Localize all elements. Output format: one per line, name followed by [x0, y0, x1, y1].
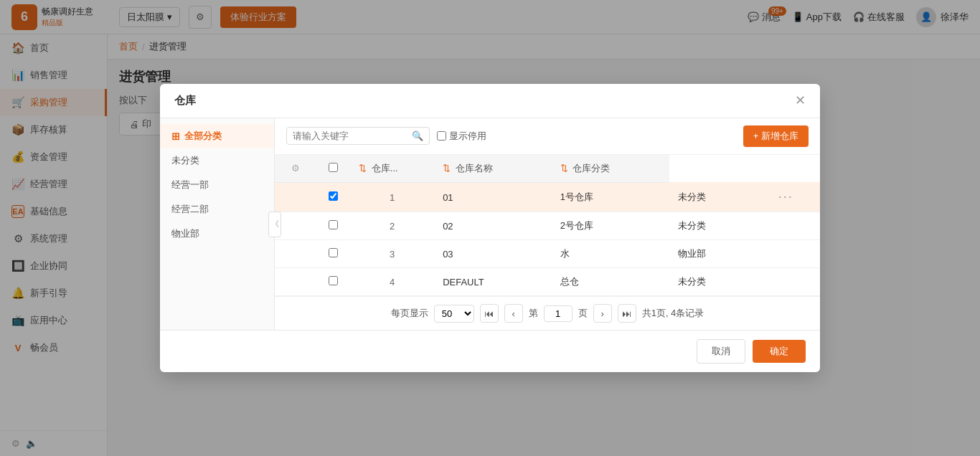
row-gear — [275, 182, 316, 212]
show-disabled-checkbox[interactable] — [437, 131, 446, 141]
row-cat: 未分类 — [669, 212, 770, 240]
row-check[interactable] — [316, 212, 350, 240]
row-check[interactable] — [316, 268, 350, 296]
pagination-bar: 每页显示 50 20 100 ⏮ ‹ 第 页 › ⏭ 共1页, 4条记录 — [275, 296, 820, 330]
search-wrap: 🔍 — [286, 127, 430, 145]
row-gear — [275, 240, 316, 268]
row-action — [770, 268, 820, 296]
search-input[interactable] — [293, 130, 407, 141]
category-ops1[interactable]: 经营一部 — [160, 173, 274, 197]
col-cat-header: ⇅ 仓库分类 — [552, 155, 669, 183]
add-warehouse-button[interactable]: + 新增仓库 — [743, 125, 809, 147]
row-name: 1号仓库 — [552, 182, 669, 212]
row-action — [770, 240, 820, 268]
col-name-header: ⇅ 仓库名称 — [434, 155, 552, 183]
table-row[interactable]: 3 03 水 物业部 — [275, 240, 820, 268]
row-checkbox[interactable] — [329, 248, 338, 257]
sort-name-icon: ⇅ — [443, 163, 451, 174]
row-checkbox[interactable] — [329, 276, 338, 285]
dialog-main: 🔍 显示停用 + 新增仓库 ⚙ — [275, 118, 820, 331]
search-icon: 🔍 — [412, 130, 423, 141]
dialog-header: 仓库 ✕ — [160, 84, 820, 118]
modal-overlay: 仓库 ✕ ⊞ 全部分类 未分类 经营一部 经营二部 — [0, 0, 980, 456]
row-num: 3 — [350, 240, 434, 268]
grid-icon: ⊞ — [171, 130, 180, 142]
row-gear — [275, 268, 316, 296]
cancel-button[interactable]: 取消 — [697, 339, 745, 364]
row-check[interactable] — [316, 182, 350, 212]
row-cat: 物业部 — [669, 240, 770, 268]
sidebar-toggle[interactable]: 《 — [268, 212, 281, 237]
sort-code-icon: ⇅ — [359, 163, 367, 174]
next-page-btn[interactable]: › — [593, 304, 612, 323]
table-row[interactable]: 4 DEFAULT 总仓 未分类 — [275, 268, 820, 296]
row-action — [770, 212, 820, 240]
row-cat: 未分类 — [669, 182, 770, 212]
page-num-input[interactable] — [544, 305, 573, 322]
col-gear-header: ⚙ — [275, 155, 316, 183]
row-name: 水 — [552, 240, 669, 268]
dialog-title: 仓库 — [174, 94, 196, 108]
row-name: 总仓 — [552, 268, 669, 296]
close-icon[interactable]: ✕ — [795, 94, 806, 107]
row-cat: 未分类 — [669, 268, 770, 296]
category-ops2[interactable]: 经营二部 — [160, 197, 274, 222]
row-name: 2号仓库 — [552, 212, 669, 240]
warehouse-table: ⚙ ⇅ 仓库... ⇅ — [275, 155, 820, 297]
category-unclassified[interactable]: 未分类 — [160, 148, 274, 173]
row-code: DEFAULT — [434, 268, 552, 296]
col-check-header — [316, 155, 350, 183]
show-disabled-label[interactable]: 显示停用 — [437, 130, 486, 143]
confirm-button[interactable]: 确定 — [753, 340, 806, 363]
first-page-btn[interactable]: ⏮ — [480, 304, 499, 323]
category-property[interactable]: 物业部 — [160, 222, 274, 246]
more-icon[interactable]: ··· — [778, 189, 793, 204]
dialog-toolbar: 🔍 显示停用 + 新增仓库 — [275, 118, 820, 155]
dialog-footer: 取消 确定 — [160, 330, 820, 372]
table-row[interactable]: 1 01 1号仓库 未分类 ··· — [275, 182, 820, 212]
row-num: 4 — [350, 268, 434, 296]
table-wrap: ⚙ ⇅ 仓库... ⇅ — [275, 155, 820, 297]
dialog-sidebar: ⊞ 全部分类 未分类 经营一部 经营二部 物业部 《 — [160, 118, 275, 331]
last-page-btn[interactable]: ⏭ — [618, 304, 636, 323]
prev-page-btn[interactable]: ‹ — [504, 304, 523, 323]
row-action[interactable]: ··· — [770, 182, 820, 212]
sort-cat-icon: ⇅ — [560, 163, 568, 174]
gear-col-icon[interactable]: ⚙ — [291, 163, 300, 174]
row-num: 2 — [350, 212, 434, 240]
row-checkbox[interactable] — [329, 191, 338, 201]
row-code: 02 — [434, 212, 552, 240]
col-code-header: ⇅ 仓库... — [350, 155, 434, 183]
select-all-checkbox[interactable] — [329, 163, 338, 172]
row-code: 03 — [434, 240, 552, 268]
category-all[interactable]: ⊞ 全部分类 — [160, 124, 274, 148]
dialog-body: ⊞ 全部分类 未分类 经营一部 经营二部 物业部 《 — [160, 118, 820, 331]
row-checkbox[interactable] — [329, 220, 338, 229]
page-size-select[interactable]: 50 20 100 — [434, 305, 474, 323]
row-code: 01 — [434, 182, 552, 212]
warehouse-dialog: 仓库 ✕ ⊞ 全部分类 未分类 经营一部 经营二部 — [160, 84, 820, 373]
table-row[interactable]: 2 02 2号仓库 未分类 — [275, 212, 820, 240]
row-check[interactable] — [316, 240, 350, 268]
row-num: 1 — [350, 182, 434, 212]
